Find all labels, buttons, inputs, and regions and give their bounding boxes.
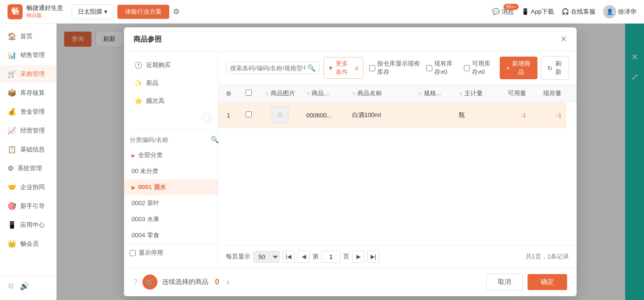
select-all-checkbox[interactable]: [246, 90, 252, 96]
category-search-input[interactable]: [130, 136, 209, 143]
nav-selector[interactable]: 日太阳膜 ▾: [72, 4, 114, 19]
sidebar-item-operation[interactable]: 📈 经营管理: [0, 122, 56, 140]
gear-icon[interactable]: ⚙: [173, 7, 180, 16]
warehouse-stock-checkbox[interactable]: [369, 65, 375, 71]
cell-img: 图: [259, 102, 301, 128]
th-checkbox[interactable]: [239, 85, 259, 102]
current-stock-checkbox[interactable]: [426, 65, 432, 71]
sidebar-item-collab[interactable]: 🤝 企业协同: [0, 178, 56, 196]
user-area[interactable]: 👤 徐泽华: [603, 5, 636, 18]
sort-icon-spec: ⇅: [418, 91, 422, 96]
logo-sub: 精品版: [26, 12, 63, 19]
sidebar-label-sales: 销售管理: [20, 51, 45, 59]
nav-selector-label: 日太阳膜: [78, 8, 102, 16]
page-first-btn[interactable]: |◀: [282, 250, 295, 263]
page-input[interactable]: [322, 250, 340, 263]
messages-btn[interactable]: 💬 消息 99++: [492, 8, 514, 16]
guide-icon: 🎯: [8, 202, 17, 210]
sidebar-item-member[interactable]: 👑 畅会员: [0, 235, 56, 253]
checkbox-filter-warehouse[interactable]: 按仓库显示现有库存: [369, 59, 421, 76]
th-unit[interactable]: ⇅ 主计量: [454, 85, 490, 102]
page-word: 第: [313, 252, 319, 261]
cat-item-all[interactable]: ▶ 全部分类: [124, 147, 218, 163]
sort-icon-name: ⇅: [352, 91, 356, 96]
show-disabled-checkbox[interactable]: [130, 250, 136, 256]
quick-btn-new[interactable]: ✨ 新品: [130, 75, 212, 91]
cat-label-all: 全部分类: [138, 151, 163, 159]
add-product-btn[interactable]: + 新增商品: [500, 57, 537, 79]
online-service-btn[interactable]: 🎧 在线客服: [561, 8, 595, 16]
category-search-icon[interactable]: 🔍: [211, 136, 219, 143]
quick-btn-frequent[interactable]: ⭐ 频次高: [130, 93, 212, 109]
collab-icon: 🤝: [8, 183, 17, 192]
th-avail[interactable]: 可用量: [490, 85, 530, 102]
content-area: 查询 刷新 设置 ✕ ⤢ 商品参照 ✕: [57, 24, 644, 300]
avail-stock-checkbox[interactable]: [464, 65, 470, 71]
app-download-label: App下载: [531, 8, 554, 16]
checkbox-filter-avail[interactable]: 可用库存≠0: [464, 59, 496, 76]
th-name[interactable]: ⇅ 商品名称: [347, 85, 413, 102]
app-download-btn[interactable]: 📱 App下载: [521, 8, 554, 16]
sidebar-label-collab: 企业协同: [20, 183, 45, 192]
product-search-input[interactable]: [230, 65, 305, 72]
checkbox-filter-current[interactable]: 现有库存≠0: [426, 59, 458, 76]
per-page-select[interactable]: 50 100 200: [253, 251, 280, 263]
page-prev-btn[interactable]: ◀: [297, 250, 310, 263]
th-settings[interactable]: ⚙: [218, 85, 239, 102]
page-next-btn[interactable]: ▶: [352, 250, 364, 263]
cat-item-00[interactable]: 00 未分类: [124, 163, 218, 179]
help-icon[interactable]: ?: [133, 278, 138, 286]
volume-icon[interactable]: 🔊: [20, 282, 29, 291]
confirm-btn[interactable]: 确定: [528, 274, 567, 290]
cat-item-0002[interactable]: 0002 茶叶: [124, 195, 218, 211]
sidebar-item-home[interactable]: 🏠 首页: [0, 27, 56, 45]
sidebar-item-purchase[interactable]: 🛒 采购管理: [0, 65, 56, 83]
filter-more-btn[interactable]: ▼ 更多条件 ∧: [323, 57, 363, 79]
collapse-footer-icon[interactable]: ∧: [226, 278, 231, 286]
cat-item-0003[interactable]: 0003 水果: [124, 211, 218, 227]
sidebar-item-basic[interactable]: 📋 基础信息: [0, 141, 56, 158]
appcenter-icon: 📱: [8, 221, 17, 229]
sidebar-item-appcenter[interactable]: 📱 应用中心: [0, 216, 56, 234]
sidebar: 🏠 首页 📊 销售管理 🛒 采购管理 📦 库存核算 💰 资金管理 📈 经营管理 …: [0, 24, 57, 300]
quick-btn-recent-label: 近期购买: [146, 61, 171, 69]
add-product-label: 新增商品: [512, 59, 531, 76]
logo-icon: 畅: [8, 4, 23, 19]
sidebar-item-system[interactable]: ⚙ 系统管理: [0, 159, 56, 177]
modal-close-btn[interactable]: ✕: [560, 34, 567, 44]
cell-avail: -1: [490, 102, 530, 128]
show-disabled-label[interactable]: 显示停用: [139, 249, 163, 257]
cell-unit: 瓶: [454, 102, 490, 128]
chevron-up-icon: ∧: [355, 65, 359, 72]
table-row[interactable]: 1 图 000600... 白酒100ml 瓶: [218, 102, 577, 128]
finance-icon: 💰: [8, 108, 17, 116]
quick-btn-recent[interactable]: 🕐 近期购买: [130, 57, 212, 73]
page-last-btn[interactable]: ▶|: [367, 250, 380, 263]
sidebar-item-finance[interactable]: 💰 资金管理: [0, 103, 56, 121]
th-img: ⇅ 商品图片: [259, 85, 301, 102]
row-checkbox[interactable]: [246, 111, 252, 117]
logo-text: 畅捷通好生意: [26, 4, 63, 12]
th-stock[interactable]: 现存量: [531, 85, 567, 102]
quick-btn-frequent-label: 频次高: [146, 97, 165, 105]
cancel-btn[interactable]: 取消: [486, 274, 523, 291]
recent-icon: 🕐: [134, 61, 142, 69]
sidebar-label-system: 系统管理: [17, 164, 42, 173]
cart-icon[interactable]: 🛒: [142, 275, 157, 290]
sidebar-item-guide[interactable]: 🎯 新手引导: [0, 197, 56, 215]
product-search-icon[interactable]: 🔍: [307, 64, 315, 72]
experience-btn[interactable]: 体验行业方案: [117, 5, 169, 19]
cat-item-0004[interactable]: 0004 零食: [124, 227, 218, 243]
th-code[interactable]: ⇅ 商品...: [302, 85, 347, 102]
sidebar-item-inventory[interactable]: 📦 库存核算: [0, 84, 56, 102]
settings-icon[interactable]: ⚙: [8, 282, 14, 291]
product-table: ⚙ ⇅ 商品图片 ⇅ 商品...: [218, 85, 577, 128]
main-layout: 🏠 首页 📊 销售管理 🛒 采购管理 📦 库存核算 💰 资金管理 📈 经营管理 …: [0, 24, 644, 300]
cell-checkbox[interactable]: [239, 102, 259, 128]
th-spec[interactable]: ⇅ 规格...: [413, 85, 454, 102]
home-icon: 🏠: [8, 32, 17, 41]
cat-item-0001[interactable]: ▶ 0001 酒水: [124, 179, 218, 195]
sidebar-item-sales[interactable]: 📊 销售管理: [0, 46, 56, 64]
collapse-panel-btn[interactable]: 《: [203, 113, 212, 122]
refresh-btn[interactable]: ↻ 刷新: [541, 56, 569, 80]
